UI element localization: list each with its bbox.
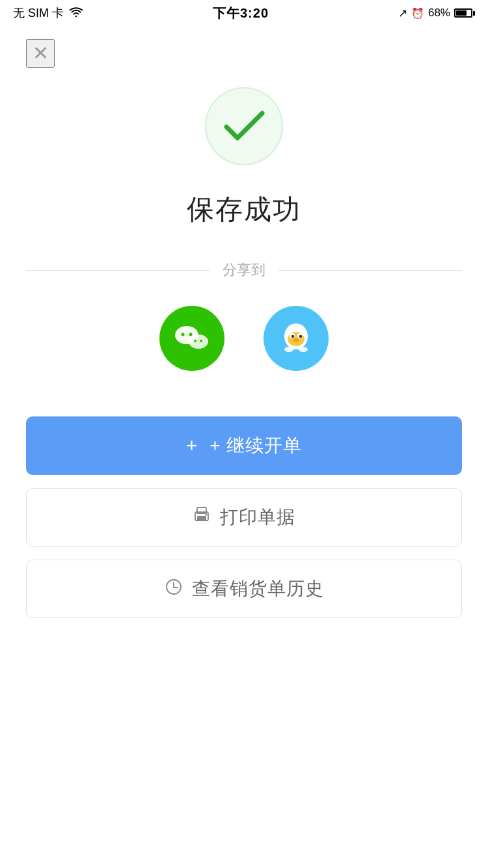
action-buttons: + + 继续开单 打印单据 查看销货单历: [26, 416, 462, 618]
share-icons-row: [159, 306, 329, 371]
share-label: 分享到: [223, 260, 265, 280]
checkmark-icon: [223, 110, 265, 142]
svg-point-13: [284, 347, 293, 352]
continue-label: + 继续开单: [210, 433, 302, 458]
success-circle: [205, 87, 283, 165]
status-bar: 无 SIM 卡 下午3:20 ↗ ⏰ 68%: [0, 0, 488, 26]
print-label: 打印单据: [220, 505, 295, 530]
svg-point-4: [194, 340, 197, 342]
status-right: ↗ ⏰ 68%: [398, 7, 475, 20]
divider-right: [278, 270, 462, 271]
share-divider: 分享到: [26, 260, 462, 280]
history-label: 查看销货单历史: [192, 576, 324, 601]
alarm-icon: ⏰: [411, 7, 424, 20]
svg-point-18: [206, 513, 208, 515]
svg-point-5: [200, 340, 202, 342]
history-icon: [165, 578, 183, 601]
battery-icon: [454, 8, 475, 18]
close-button[interactable]: ✕: [26, 39, 55, 68]
svg-point-14: [299, 347, 308, 352]
svg-point-1: [189, 334, 208, 349]
wechat-icon: [172, 321, 211, 357]
divider-left: [26, 270, 210, 271]
status-left: 无 SIM 卡: [13, 5, 83, 21]
print-icon: [193, 507, 211, 528]
success-title: 保存成功: [187, 191, 301, 228]
qq-icon: [277, 318, 315, 359]
carrier-text: 无 SIM 卡: [13, 5, 64, 21]
svg-point-12: [293, 338, 299, 342]
continue-button[interactable]: + + 继续开单: [26, 416, 462, 475]
sim-icon: [69, 7, 83, 19]
share-wechat-button[interactable]: [159, 306, 224, 371]
continue-plus-icon: +: [186, 435, 198, 457]
close-icon: ✕: [33, 44, 49, 63]
svg-point-10: [291, 335, 294, 338]
svg-point-11: [299, 335, 302, 338]
main-content: ✕ 保存成功 分享到: [0, 26, 488, 657]
battery-percent: 68%: [428, 7, 450, 20]
location-icon: ↗: [398, 7, 407, 20]
svg-point-3: [189, 332, 193, 336]
svg-rect-16: [197, 516, 206, 521]
svg-point-2: [182, 332, 185, 336]
status-time: 下午3:20: [213, 5, 269, 22]
share-qq-button[interactable]: [264, 306, 329, 371]
print-button[interactable]: 打印单据: [26, 488, 462, 547]
history-button[interactable]: 查看销货单历史: [26, 560, 462, 618]
